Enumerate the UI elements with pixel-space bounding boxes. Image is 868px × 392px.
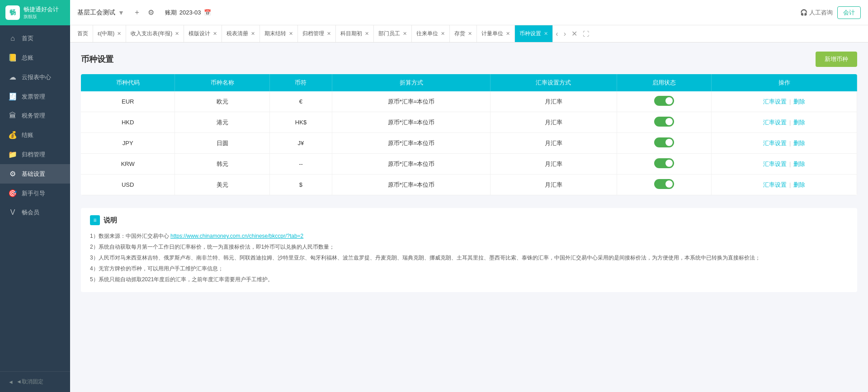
delete-link-3[interactable]: 删除 xyxy=(793,161,805,167)
sidebar-item-guide[interactable]: 🎯新手引导 xyxy=(0,184,70,203)
nav-icon-vip: V xyxy=(8,208,17,217)
sidebar-item-invoice[interactable]: 🧾发票管理 xyxy=(0,87,70,106)
nav-label-archive: 归档管理 xyxy=(22,151,45,159)
company-dropdown-icon[interactable]: ▼ xyxy=(118,9,124,16)
tab-currency[interactable]: 币种设置✕ xyxy=(515,25,553,43)
tab-period-end[interactable]: 期末结转✕ xyxy=(260,25,298,43)
tab-next-icon[interactable]: › xyxy=(561,30,569,38)
tab-label-currency: 币种设置 xyxy=(519,30,541,38)
sidebar-item-home[interactable]: ⌂首页 xyxy=(0,29,70,48)
tab-balance[interactable]: ε(中期)✕ xyxy=(93,25,126,43)
delete-link-1[interactable]: 删除 xyxy=(793,119,805,126)
notes-link[interactable]: https://www.chinamoney.com.cn/chinese/bk… xyxy=(170,233,303,239)
tab-label-dept: 部门员工 xyxy=(378,30,400,38)
cell-calc: 原币*汇率=本位币 xyxy=(332,154,491,175)
logo-icon: 畅 xyxy=(5,5,20,20)
company-label: 基层工会测试 xyxy=(77,9,115,17)
tab-close-period-end[interactable]: ✕ xyxy=(289,31,293,37)
col-header-3: 折算方式 xyxy=(332,74,491,91)
tab-close-all-icon[interactable]: ✕ xyxy=(569,29,580,38)
note-item-0: 1）数据来源：中国外汇交易中心 https://www.chinamoney.c… xyxy=(90,231,848,241)
cell-toggle xyxy=(617,133,711,154)
tab-expand-icon[interactable]: ⛶ xyxy=(580,30,592,38)
table-row: JPY日圆J¥原币*汇率=本位币月汇率汇率设置|删除 xyxy=(81,133,857,154)
rate-setting-link-3[interactable]: 汇率设置 xyxy=(763,161,787,167)
pin-icon: ◄ xyxy=(8,379,14,385)
sidebar-nav: ⌂首页📒总账☁云报表中心🧾发票管理🏛税务管理💰结账📁归档管理⚙基础设置🎯新手引导… xyxy=(0,25,70,371)
sidebar-item-archive[interactable]: 📁归档管理 xyxy=(0,145,70,164)
tab-close-currency[interactable]: ✕ xyxy=(544,31,548,37)
tab-measure[interactable]: 计量单位✕ xyxy=(477,25,515,43)
tab-subjects[interactable]: 科目期初✕ xyxy=(336,25,374,43)
table-row: HKD港元HK$原币*汇率=本位币月汇率汇率设置|删除 xyxy=(81,112,857,133)
sidebar-item-vip[interactable]: V畅会员 xyxy=(0,203,70,222)
table-row: USD美元$原币*汇率=本位币月汇率汇率设置|删除 xyxy=(81,175,857,195)
new-currency-button[interactable]: 新增币种 xyxy=(816,52,857,67)
enable-toggle-4[interactable] xyxy=(654,179,674,189)
service-button[interactable]: 🎧 人工咨询 xyxy=(800,9,833,17)
tab-close-dept[interactable]: ✕ xyxy=(403,31,407,37)
settings-icon[interactable]: ⚙ xyxy=(146,6,156,19)
enable-toggle-0[interactable] xyxy=(654,96,674,106)
cell-symbol: -- xyxy=(269,154,332,175)
sidebar-item-ledger[interactable]: 📒总账 xyxy=(0,48,70,67)
rate-setting-link-2[interactable]: 汇率设置 xyxy=(763,140,787,146)
rate-setting-link-4[interactable]: 汇率设置 xyxy=(763,181,787,188)
sidebar-item-settlement[interactable]: 💰结账 xyxy=(0,125,70,145)
tab-close-template[interactable]: ✕ xyxy=(213,31,217,37)
nav-label-reports: 云报表中心 xyxy=(22,73,51,81)
note-item-3: 4）无官方牌价的币种，可以用用户手工维护汇率信息； xyxy=(90,263,848,274)
delete-link-0[interactable]: 删除 xyxy=(793,98,805,105)
tab-close-balance[interactable]: ✕ xyxy=(117,31,121,37)
nav-icon-home: ⌂ xyxy=(8,34,17,43)
nav-icon-invoice: 🧾 xyxy=(8,92,17,101)
sidebar-footer[interactable]: ◄ ◄取消固定 xyxy=(0,371,70,392)
nav-label-home: 首页 xyxy=(22,34,33,43)
content-area: 币种设置 新增币种 币种代码币种名称币符折算方式汇率设置方式启用状态操作 EUR… xyxy=(70,43,868,392)
cell-toggle xyxy=(617,154,711,175)
tab-home[interactable]: 首页 xyxy=(73,25,93,43)
cell-toggle xyxy=(617,112,711,133)
tab-close-filing[interactable]: ✕ xyxy=(327,31,331,37)
calendar-icon[interactable]: 📅 xyxy=(204,9,211,16)
sidebar-item-tax[interactable]: 🏛税务管理 xyxy=(0,106,70,125)
tab-label-unit: 往来单位 xyxy=(416,30,438,38)
delete-link-2[interactable]: 删除 xyxy=(793,140,805,146)
tab-label-balance: ε(中期) xyxy=(98,30,114,38)
delete-link-4[interactable]: 删除 xyxy=(793,181,805,188)
tab-tax[interactable]: 税表清册✕ xyxy=(222,25,260,43)
enable-toggle-2[interactable] xyxy=(654,137,674,147)
tab-close-tax[interactable]: ✕ xyxy=(251,31,255,37)
sidebar-item-reports[interactable]: ☁云报表中心 xyxy=(0,67,70,87)
cell-symbol: $ xyxy=(269,175,332,195)
tab-inventory[interactable]: 存货✕ xyxy=(450,25,477,43)
enable-toggle-1[interactable] xyxy=(654,117,674,127)
rate-setting-link-0[interactable]: 汇率设置 xyxy=(763,98,787,105)
tab-filing[interactable]: 归档管理✕ xyxy=(298,25,336,43)
tab-close-inventory[interactable]: ✕ xyxy=(468,31,472,37)
tab-unit[interactable]: 往来单位✕ xyxy=(412,25,450,43)
sidebar-item-settings[interactable]: ⚙基础设置 xyxy=(0,164,70,184)
table-row: EUR欧元€原币*汇率=本位币月汇率汇率设置|删除 xyxy=(81,91,857,112)
tab-close-measure[interactable]: ✕ xyxy=(506,31,510,37)
col-header-2: 币符 xyxy=(269,74,332,91)
cell-actions: 汇率设置|删除 xyxy=(712,91,857,112)
add-icon[interactable]: ＋ xyxy=(132,6,142,19)
company-name[interactable]: 基层工会测试 ▼ xyxy=(77,9,124,17)
nav-icon-tax: 🏛 xyxy=(8,112,17,120)
rate-setting-link-1[interactable]: 汇率设置 xyxy=(763,119,787,126)
tab-label-template: 模版设计 xyxy=(189,30,210,38)
tab-close-income[interactable]: ✕ xyxy=(175,31,179,37)
tab-dept[interactable]: 部门员工✕ xyxy=(374,25,412,43)
tab-close-unit[interactable]: ✕ xyxy=(441,31,445,37)
account-button[interactable]: 会计 xyxy=(837,6,861,19)
tab-close-subjects[interactable]: ✕ xyxy=(365,31,369,37)
tab-prev-icon[interactable]: ‹ xyxy=(553,30,561,38)
tab-template[interactable]: 模版设计✕ xyxy=(184,25,222,43)
enable-toggle-3[interactable] xyxy=(654,158,674,168)
logo-title: 畅捷通好会计 xyxy=(24,6,59,14)
cell-code: KRW xyxy=(81,154,175,175)
cell-actions: 汇率设置|删除 xyxy=(712,175,857,195)
tab-income[interactable]: 收入支出表(年报)✕ xyxy=(126,25,184,43)
note-item-4: 5）系统只能自动抓取2021年度后的汇率，之前年度汇率需要用户手工维护。 xyxy=(90,274,848,285)
